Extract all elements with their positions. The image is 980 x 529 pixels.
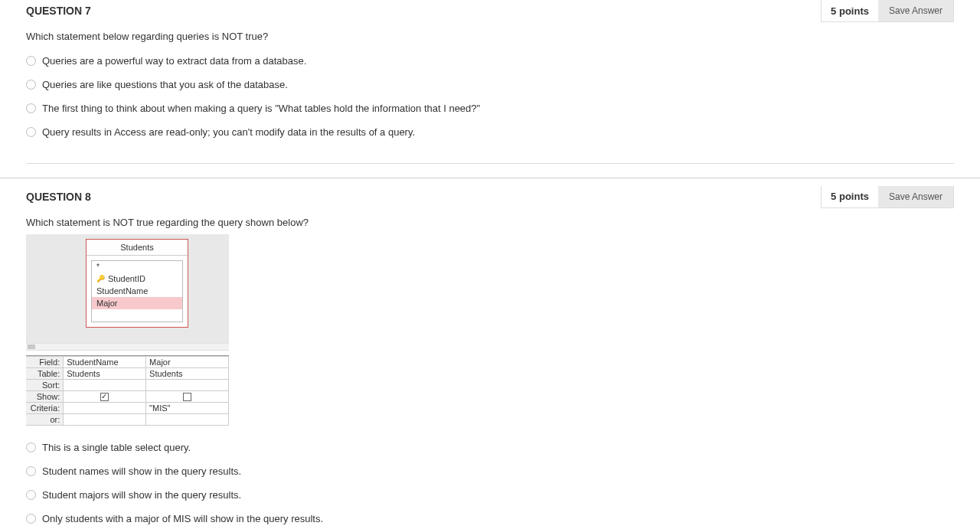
table-fields: * 🔑 StudentID StudentName Major (91, 260, 183, 322)
table-box-students: Students * 🔑 StudentID StudentName Major (86, 239, 188, 328)
field-studentid: 🔑 StudentID (92, 273, 182, 285)
grid-label-sort: Sort: (26, 379, 64, 390)
scroll-strip (26, 343, 229, 351)
grid-field-col2: Major (146, 356, 229, 367)
field-label: StudentID (108, 274, 145, 283)
options-list: This is a single table select query. Stu… (26, 436, 954, 529)
checkbox-unchecked-icon (183, 393, 191, 401)
divider (26, 163, 954, 164)
table-title: Students (87, 240, 188, 256)
question-prompt: Which statement below regarding queries … (26, 31, 954, 42)
key-icon: 🔑 (96, 275, 105, 282)
points-label: 5 points (831, 191, 869, 202)
checkbox-checked-icon (100, 393, 109, 401)
radio-input[interactable] (26, 490, 36, 500)
question-title: QUESTION 8 (26, 191, 91, 203)
option-label: Student names will show in the query res… (42, 465, 241, 478)
section-separator (0, 178, 980, 178)
points-save-box: 5 points Save Answer (821, 186, 954, 208)
options-list: Queries are a powerful way to extract da… (26, 50, 954, 145)
option-label: Query results in Access are read-only; y… (42, 126, 415, 139)
radio-input[interactable] (26, 103, 36, 113)
scroll-thumb[interactable] (28, 345, 35, 349)
field-major: Major (92, 297, 182, 309)
grid-table-col2: Students (146, 367, 229, 379)
option-label: Only students with a major of MIS will s… (42, 513, 323, 526)
grid-show-col1 (64, 390, 146, 403)
radio-input[interactable] (26, 466, 36, 476)
points-save-box: 5 points Save Answer (821, 0, 954, 22)
option-row: This is a single table select query. (26, 436, 954, 460)
option-label: Student majors will show in the query re… (42, 489, 241, 502)
question-prompt: Which statement is NOT true regarding th… (26, 217, 954, 228)
option-label: This is a single table select query. (42, 442, 191, 455)
option-label: Queries are a powerful way to extract da… (42, 55, 306, 68)
qbe-grid: Field: StudentName Major Table: Students… (26, 355, 229, 426)
radio-input[interactable] (26, 127, 36, 137)
option-row: Query results in Access are read-only; y… (26, 121, 954, 145)
option-label: The first thing to think about when maki… (42, 103, 480, 116)
radio-input[interactable] (26, 442, 36, 452)
grid-label-or: or: (26, 414, 64, 426)
grid-show-col2 (146, 390, 229, 403)
radio-input[interactable] (26, 56, 36, 66)
option-row: Queries are a powerful way to extract da… (26, 50, 954, 73)
question-8: 5 points Save Answer QUESTION 8 Which st… (0, 186, 980, 529)
save-answer-button[interactable]: Save Answer (878, 0, 953, 21)
question-title: QUESTION 7 (26, 5, 91, 17)
option-row: Student names will show in the query res… (26, 460, 954, 484)
field-star: * (92, 261, 182, 273)
grid-label-table: Table: (26, 367, 64, 379)
grid-label-criteria: Criteria: (26, 403, 64, 414)
option-row: The first thing to think about when maki… (26, 97, 954, 121)
option-row: Queries are like questions that you ask … (26, 73, 954, 97)
radio-input[interactable] (26, 80, 36, 90)
field-studentname: StudentName (92, 285, 182, 297)
grid-field-col1: StudentName (64, 356, 146, 367)
grid-label-field: Field: (26, 356, 64, 367)
points-label: 5 points (831, 5, 869, 17)
save-answer-button[interactable]: Save Answer (878, 186, 953, 207)
query-design-image: Students * 🔑 StudentID StudentName Major (26, 234, 229, 426)
option-row: Only students with a major of MIS will s… (26, 508, 954, 529)
option-label: Queries are like questions that you ask … (42, 79, 288, 92)
table-pane: Students * 🔑 StudentID StudentName Major (26, 234, 229, 343)
radio-input[interactable] (26, 514, 36, 524)
grid-criteria-col1 (64, 403, 146, 414)
option-row: Student majors will show in the query re… (26, 484, 954, 508)
grid-label-show: Show: (26, 390, 64, 403)
grid-table-col1: Students (64, 367, 146, 379)
question-7: 5 points Save Answer QUESTION 7 Which st… (0, 0, 980, 145)
grid-criteria-col2: "MIS" (146, 403, 229, 414)
